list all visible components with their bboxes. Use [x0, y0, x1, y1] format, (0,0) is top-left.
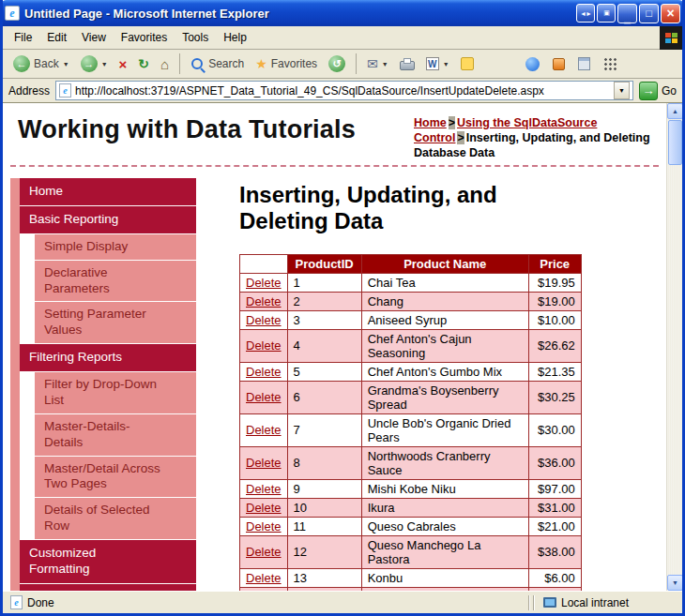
search-button[interactable]: Search	[186, 55, 249, 73]
vertical-scrollbar[interactable]: ▲ ▼	[666, 103, 682, 591]
delete-link[interactable]: Delete	[246, 482, 282, 496]
delete-link[interactable]: Delete	[246, 294, 282, 308]
print-button[interactable]	[395, 56, 419, 72]
security-zone-label: Local intranet	[561, 596, 629, 609]
home-button[interactable]: ⌂	[156, 54, 174, 74]
go-arrow-icon: →	[639, 82, 658, 100]
delete-cell: Delete	[240, 479, 288, 498]
sidebar-item[interactable]: Filter by Drop-Down List	[35, 372, 196, 414]
delete-link[interactable]: Delete	[246, 456, 282, 470]
menu-item-favorites[interactable]: Favorites	[114, 28, 175, 47]
refresh-button[interactable]: ↻	[133, 54, 154, 73]
product-id-cell: 12	[287, 535, 361, 568]
forward-dropdown-icon[interactable]: ▼	[101, 61, 108, 68]
mail-button[interactable]: ✉ ▼	[362, 54, 393, 73]
breadcrumb-home-link[interactable]: Home	[414, 116, 447, 129]
address-input[interactable]: e http://localhost:3719/ASPNET_Data_Tuto…	[55, 81, 633, 100]
menu-item-help[interactable]: Help	[216, 28, 254, 47]
sidebar-item[interactable]: Filtering Reports	[20, 344, 196, 372]
product-id-cell: 13	[287, 568, 361, 587]
address-bar: Address e http://localhost:3719/ASPNET_D…	[3, 79, 682, 103]
delete-link[interactable]: Delete	[246, 313, 282, 327]
scrollbar-thumb[interactable]	[668, 120, 682, 165]
column-header-empty	[240, 254, 288, 273]
scroll-up-button[interactable]: ▲	[667, 103, 683, 119]
messenger-icon[interactable]	[525, 57, 540, 71]
delete-link[interactable]: Delete	[246, 501, 282, 515]
search-label: Search	[208, 57, 244, 70]
product-id-cell: 6	[287, 381, 361, 413]
delete-link[interactable]: Delete	[246, 423, 282, 437]
sidebar-item[interactable]: Details of Selected Row	[35, 498, 196, 540]
forward-icon: →	[81, 55, 98, 72]
delete-link[interactable]: Delete	[246, 365, 282, 379]
product-id-cell: 2	[287, 292, 361, 310]
back-button[interactable]: ← Back ▼	[8, 53, 74, 74]
sidebar-item[interactable]: Home	[20, 178, 196, 206]
delete-link[interactable]: Delete	[246, 571, 282, 585]
delete-cell: Delete	[240, 273, 288, 292]
stop-button[interactable]: ×	[114, 54, 132, 74]
product-price-cell: $21.35	[528, 362, 581, 381]
grid-icon[interactable]	[603, 57, 616, 70]
address-dropdown-button[interactable]: ▼	[614, 82, 630, 99]
delete-link[interactable]: Delete	[246, 519, 282, 533]
product-name-cell: Northwoods Cranberry Sauce	[361, 446, 528, 479]
products-table-body: Delete1Chai Tea$19.95Delete2Chang$19.00D…	[240, 273, 582, 591]
edit-dropdown-icon[interactable]: ▼	[443, 61, 449, 68]
product-price-cell: $31.00	[528, 498, 581, 517]
delete-link[interactable]: Delete	[246, 545, 282, 559]
delete-link[interactable]: Delete	[246, 590, 282, 591]
edit-word-icon: W	[426, 57, 439, 70]
delete-cell: Delete	[240, 517, 288, 535]
sidebar-item[interactable]: Master/Detail Across Two Pages	[35, 457, 196, 499]
delete-link[interactable]: Delete	[246, 276, 282, 290]
title-window-button[interactable]: ▣	[597, 4, 616, 23]
sidebar-item[interactable]: Setting Parameter Values	[35, 302, 196, 344]
product-price-cell: $19.00	[528, 292, 581, 310]
scroll-down-button[interactable]: ▼	[667, 575, 683, 591]
discuss-button[interactable]	[456, 55, 479, 72]
sidebar-item[interactable]: Basic Reporting	[20, 206, 196, 234]
browser-window: e Untitled Page - Microsoft Internet Exp…	[0, 0, 685, 616]
sidebar-item[interactable]: Format Colors	[20, 584, 196, 591]
delete-link[interactable]: Delete	[246, 390, 282, 404]
sidebar-item[interactable]: Master-Details- Details	[35, 414, 196, 457]
status-page-icon: e	[10, 595, 23, 609]
sidebar-item[interactable]: Simple Display	[35, 234, 196, 261]
windows-logo-block	[660, 26, 682, 50]
address-label: Address	[8, 84, 50, 98]
site-title: Working with Data Tutorials	[18, 115, 356, 143]
research-icon[interactable]	[553, 58, 565, 70]
close-button[interactable]: ×	[661, 4, 680, 23]
edit-button[interactable]: W ▼	[421, 55, 454, 72]
menu-item-file[interactable]: File	[7, 28, 39, 47]
minimize-button[interactable]: ▁	[617, 4, 637, 23]
menu-item-tools[interactable]: Tools	[175, 28, 216, 47]
tool-icon[interactable]	[578, 57, 590, 70]
product-row: Delete9Mishi Kobe Niku$97.00	[240, 479, 582, 498]
product-id-cell: 9	[287, 479, 361, 498]
delete-link[interactable]: Delete	[246, 338, 282, 353]
menu-item-edit[interactable]: Edit	[39, 28, 74, 47]
maximize-button[interactable]: □	[639, 4, 659, 23]
mail-icon: ✉	[367, 56, 378, 71]
sidebar-item[interactable]: Declarative Parameters	[35, 261, 196, 303]
go-button[interactable]: → Go	[639, 82, 677, 100]
stop-icon: ×	[119, 56, 128, 72]
favorites-button[interactable]: ★ Favorites	[251, 54, 322, 73]
mail-dropdown-icon[interactable]: ▼	[382, 61, 388, 68]
sidebar-item[interactable]: Customized Formatting	[20, 540, 196, 584]
product-name-cell: Queso Cabrales	[361, 517, 528, 535]
back-dropdown-icon[interactable]: ▼	[63, 61, 69, 68]
forward-button[interactable]: → ▼	[76, 53, 113, 74]
menu-item-view[interactable]: View	[74, 28, 114, 47]
title-nav-button[interactable]: ◄►	[576, 4, 595, 23]
delete-cell: Delete	[240, 498, 288, 517]
breadcrumb-separator: >	[457, 131, 464, 144]
breadcrumb-separator: >	[449, 116, 455, 129]
product-price-cell: $6.00	[528, 568, 581, 587]
browser-viewport: Working with Data Tutorials Home>Using t…	[3, 103, 682, 591]
product-price-cell: $26.62	[528, 329, 581, 362]
history-button[interactable]: ↺	[324, 53, 350, 74]
